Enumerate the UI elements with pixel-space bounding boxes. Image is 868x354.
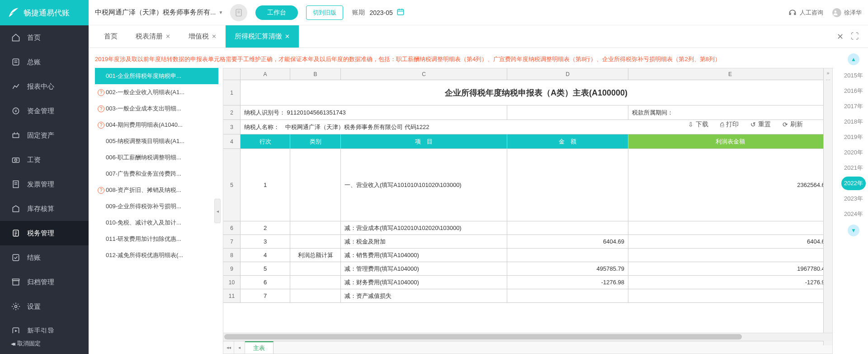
sheet-nav-prev[interactable]: ◂ <box>234 341 245 354</box>
row-number[interactable]: 10 <box>223 276 241 289</box>
sheet-expand-icon[interactable]: » <box>826 70 829 76</box>
cell-amount[interactable] <box>507 221 628 234</box>
cell-item[interactable]: 减：销售费用(填写A104000) <box>341 249 507 262</box>
row-number[interactable]: 2 <box>223 105 241 120</box>
select-all-corner[interactable] <box>223 68 241 80</box>
tab[interactable]: 所得税汇算清缴✕ <box>226 25 299 48</box>
form-list-item[interactable]: ?008-资产折旧、摊销及纳税... <box>95 182 218 198</box>
year-option[interactable]: 2016年 <box>841 84 866 98</box>
tab[interactable]: 首页 <box>95 25 127 48</box>
help-icon[interactable]: ? <box>98 105 104 112</box>
year-option[interactable]: 2021年 <box>841 161 866 175</box>
cell-item[interactable]: 减：财务费用(填写A104000) <box>341 276 507 289</box>
tab-close-icon[interactable]: ✕ <box>285 33 290 40</box>
cell-item[interactable]: 减：管理费用(填写A104000) <box>341 262 507 275</box>
tab-close-icon[interactable]: ✕ <box>212 33 217 40</box>
fullscreen-icon[interactable]: ⛶ <box>851 32 859 41</box>
tab[interactable]: 税表清册✕ <box>127 25 179 48</box>
form-list-item[interactable]: 011-研发费用加计扣除优惠... <box>95 231 218 247</box>
help-icon[interactable]: ? <box>98 187 104 194</box>
nav-item-reports[interactable]: 报表中心 <box>0 74 89 99</box>
col-header-E[interactable]: E <box>628 68 832 80</box>
cell-rownum[interactable]: 3 <box>241 235 290 248</box>
user-menu[interactable]: 徐泽华 <box>832 8 862 17</box>
form-list-item[interactable]: 007-广告费和业务宣传费跨... <box>95 166 218 182</box>
cell-amount[interactable]: 6404.69 <box>507 235 628 248</box>
cell-profit[interactable]: 2362564.65 <box>628 149 832 221</box>
nav-item-funds[interactable]: ¥资金管理 <box>0 99 89 123</box>
tab-close-all-icon[interactable]: ✕ <box>837 32 844 42</box>
collapse-form-list[interactable]: ◂ <box>214 199 221 223</box>
cell-rownum[interactable]: 5 <box>241 262 290 275</box>
period-value[interactable]: 2023-05 <box>369 9 392 16</box>
tab[interactable]: 增值税✕ <box>179 25 226 48</box>
doc-icon-button[interactable] <box>230 4 247 21</box>
row-number[interactable]: 11 <box>223 289 241 302</box>
nav-item-archive[interactable]: 归档管理 <box>0 270 89 294</box>
sheet-nav-first[interactable]: ◂◂ <box>223 341 234 354</box>
col-header-D[interactable]: D <box>507 68 628 80</box>
cell-item[interactable]: 一、营业收入(填写A101010\101020\103000) <box>341 149 507 221</box>
cell-amount[interactable] <box>507 289 628 302</box>
cell-rownum[interactable]: 7 <box>241 289 290 302</box>
cell-profit[interactable]: 6404.69 <box>628 235 832 248</box>
cell-profit[interactable] <box>628 249 832 262</box>
cell-profit[interactable]: -1276.98 <box>628 276 832 289</box>
year-option[interactable]: 2019年 <box>841 130 866 144</box>
nav-item-ledger[interactable]: 总账 <box>0 50 89 74</box>
cell-item[interactable]: 减：营业成本(填写A102010\102020\103000) <box>341 221 507 234</box>
cell-rownum[interactable]: 1 <box>241 149 290 221</box>
help-icon[interactable]: ? <box>98 122 104 129</box>
nav-item-tax[interactable]: 税务管理 <box>0 221 89 245</box>
cell-rownum[interactable]: 6 <box>241 276 290 289</box>
cell-rownum[interactable]: 4 <box>241 249 290 262</box>
unpin-button[interactable]: ◂◂ 取消固定 <box>0 333 89 354</box>
calendar-icon[interactable] <box>396 8 405 17</box>
form-list-item[interactable]: ?002-一般企业收入明细表(A1... <box>95 84 218 100</box>
row-number[interactable]: 7 <box>223 235 241 248</box>
year-option[interactable]: 2018年 <box>841 115 866 129</box>
sheet-tab-main[interactable]: 主表 <box>245 341 274 354</box>
form-list-item[interactable]: 001-企业所得税年度纳税申... <box>95 68 218 84</box>
nav-item-inventory[interactable]: 库存核算 <box>0 196 89 221</box>
year-option[interactable]: 2024年 <box>841 207 866 221</box>
row-number[interactable]: 5 <box>223 149 241 221</box>
cell-amount[interactable] <box>507 149 628 221</box>
nav-item-guide[interactable]: 新手引导 <box>0 319 89 333</box>
cell-profit[interactable]: 1967780.41 <box>628 262 832 275</box>
help-icon[interactable]: ? <box>98 89 104 96</box>
cell-amount[interactable] <box>507 249 628 262</box>
cell-amount[interactable]: 495785.79 <box>507 262 628 275</box>
row-number[interactable]: 6 <box>223 221 241 234</box>
nav-item-assets[interactable]: 固定资产 <box>0 123 89 148</box>
form-list-item[interactable]: 010-免税、减计收入及加计... <box>95 215 218 231</box>
cell-rownum[interactable]: 2 <box>241 221 290 234</box>
year-option[interactable]: 2015年 <box>841 69 866 82</box>
form-list-item[interactable]: ?003-一般企业成本支出明细... <box>95 100 218 117</box>
nav-item-settings[interactable]: 设置 <box>0 294 89 319</box>
nav-item-invoice[interactable]: 发票管理 <box>0 172 89 196</box>
year-scroll-up[interactable]: ▲ <box>848 53 859 65</box>
form-list-item[interactable]: ?004-期间费用明细表(A1040... <box>95 117 218 133</box>
row-number[interactable]: 1 <box>223 80 241 105</box>
form-list-item[interactable]: 005-纳税调整项目明细表(A1... <box>95 133 218 149</box>
col-header-A[interactable]: A <box>241 68 290 80</box>
company-selector[interactable]: 中税网通广泽（天津）税务师事务所有... ▼ <box>95 8 223 17</box>
nav-item-close[interactable]: 结账 <box>0 245 89 270</box>
col-header-C[interactable]: C <box>341 68 507 80</box>
form-list-item[interactable]: 012-减免所得税优惠明细表(... <box>95 247 218 263</box>
year-option[interactable]: 2017年 <box>841 100 866 113</box>
cell-item[interactable]: 减：资产减值损失 <box>341 289 507 302</box>
sheet-menu-icon[interactable]: ⋯ <box>826 77 830 83</box>
switch-old-button[interactable]: 切到旧版 <box>306 5 343 20</box>
horizontal-scrollbar[interactable] <box>223 333 832 341</box>
tab-close-icon[interactable]: ✕ <box>165 33 170 40</box>
form-list-item[interactable]: 009-企业所得税弥补亏损明... <box>95 198 218 215</box>
cell-amount[interactable]: -1276.98 <box>507 276 628 289</box>
year-option[interactable]: 2023年 <box>841 192 866 206</box>
cell-item[interactable]: 减：税金及附加 <box>341 235 507 248</box>
cell-profit[interactable] <box>628 289 832 302</box>
cell-profit[interactable] <box>628 221 832 234</box>
nav-item-home[interactable]: 首页 <box>0 25 89 50</box>
workbench-button[interactable]: 工作台 <box>255 5 298 20</box>
